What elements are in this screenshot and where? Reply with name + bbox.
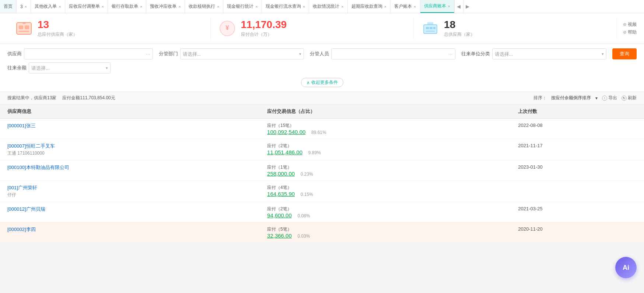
tx-amount-link[interactable]: 32,366.00 [267, 232, 292, 239]
close-icon[interactable]: × [448, 4, 450, 8]
tx-info-cell: 应付（1笔） 258,000.00 0.23% [260, 161, 511, 181]
collapse-bar: ∧ 收起更多条件 [7, 76, 637, 87]
person-dots-icon[interactable]: ··· [448, 51, 453, 57]
filter-row-2: 往来余额 请选择... ▾ [7, 62, 637, 73]
dept-select-wrapper[interactable]: 请选择... ▾ [180, 48, 304, 59]
tx-info-cell: 应付（2笔） 11,051,486.00 9.89% [260, 139, 511, 161]
category-filter-label: 往来单位分类 [461, 51, 490, 57]
filter-area: 供应商 ··· 分管部门 请选择... ▾ 分管人员 ··· 往来单位分类 [0, 44, 644, 92]
svg-rect-3 [19, 31, 29, 32]
tx-label: 应付（5笔） [267, 226, 503, 232]
balance-select[interactable]: 请选择... [31, 65, 106, 71]
tx-amount-link[interactable]: 258,000.00 [267, 170, 295, 177]
supplier-sub-info: 仔仔 [7, 192, 252, 198]
tx-row: 94,600.00 0.08% [267, 212, 503, 218]
tx-amount-link[interactable]: 11,051,486.00 [267, 149, 302, 155]
category-select[interactable]: 请选择... [495, 51, 602, 57]
collapse-button[interactable]: ∧ 收起更多条件 [301, 78, 343, 87]
nav-tab-supplier-ledger[interactable]: 供应商账本 × [420, 0, 454, 13]
supplier-link[interactable]: [000007]恒旺二手叉车 [7, 143, 55, 149]
tx-info-cell: 应付（5笔） 32,366.00 0.03% [260, 223, 511, 243]
supplier-link[interactable]: [000012]广州贝瑞 [7, 206, 45, 212]
total-suppliers-label: 总供应商（家） [444, 31, 475, 38]
collapse-up-icon: ∧ [307, 80, 310, 85]
supplier-input[interactable] [27, 51, 146, 57]
dept-filter-item: 分管部门 请选择... ▾ [159, 48, 304, 59]
last-pay-date: 2020-11-20 [518, 226, 543, 232]
nav-next-arrow[interactable]: ▶ [463, 0, 472, 13]
result-bar: 搜索结果中，供应商13家 应付金额111,703,854.00元 排序： 按应付… [0, 92, 644, 104]
result-amount: 应付金额111,703,854.00元 [62, 95, 115, 101]
nav-tab-receipt-stat[interactable]: 收款情况统计 × [309, 0, 347, 13]
nav-prev-arrow[interactable]: ◀ [454, 0, 463, 13]
export-icon: ↑ [602, 96, 607, 101]
nav-tab-cash-bank-flow[interactable]: 现金银行流水查询 × [262, 0, 309, 13]
tx-percent: 0.03% [297, 234, 310, 239]
summary-bar: 13 总应付供应商（家） ¥ 11,170.39 应付合计（万） [0, 13, 644, 44]
svg-rect-11 [426, 31, 435, 32]
supplier-filter-item: 供应商 ··· [7, 48, 153, 59]
table-row: [000001]张三应付（15笔） 100,092,540.00 89.61% … [0, 119, 644, 139]
nav-tab-3[interactable]: 3 × [17, 0, 31, 13]
tx-amount-link[interactable]: 164,635.90 [267, 191, 295, 197]
nav-tab-cash-bank-stat[interactable]: 现金银行统计 × [223, 0, 262, 13]
nav-tab-prepay-offset[interactable]: 预收冲应收单 × [146, 0, 185, 13]
tx-amount-link[interactable]: 94,600.00 [267, 212, 292, 218]
balance-filter-item: 往来余额 请选择... ▾ [7, 62, 111, 73]
nav-tab-ar-ap-adjust[interactable]: 应收应付调整单 × [65, 0, 108, 13]
close-icon[interactable]: × [178, 4, 181, 9]
close-icon[interactable]: × [303, 4, 305, 9]
svg-rect-8 [426, 27, 429, 29]
close-icon[interactable]: × [102, 4, 104, 9]
supplier-table: 供应商信息 应付交易信息（占比） 上次付数 [000001]张三应付（15笔） … [0, 104, 644, 243]
nav-tab-receipt-verify[interactable]: 收款核销执行 × [185, 0, 223, 13]
svg-rect-1 [19, 25, 23, 29]
supplier-link[interactable]: [000002]李四 [7, 227, 36, 232]
close-icon[interactable]: × [414, 4, 416, 9]
nav-tab-overdue-ar[interactable]: 超期应收款查询 × [348, 0, 391, 13]
category-select-wrapper[interactable]: 请选择... ▾ [492, 48, 607, 59]
last-pay-date: 2021-03-25 [518, 206, 543, 211]
supplier-dots-icon[interactable]: ··· [146, 51, 150, 57]
nav-tab-customer-ledger[interactable]: 客户账本 × [391, 0, 420, 13]
supplier-filter-label: 供应商 [7, 51, 22, 57]
close-icon[interactable]: × [255, 4, 258, 9]
summary-card-amount: ¥ 11,170.39 应付合计（万） [211, 18, 414, 39]
video-link[interactable]: ⊙ 视频 [623, 21, 637, 28]
supplier-filter-input-wrapper: ··· [24, 48, 153, 59]
sort-chevron-icon: ▾ [595, 96, 598, 101]
dept-select[interactable]: 请选择... [183, 51, 300, 57]
balance-filter-label: 往来余额 [7, 65, 27, 71]
tx-info-cell: 应付（4笔） 164,635.90 0.15% [260, 181, 511, 202]
supplier-link[interactable]: [000001]张三 [7, 123, 36, 128]
nav-tab-other-income[interactable]: 其他收入单 × [31, 0, 65, 13]
refresh-button[interactable]: ↻ 刷新 [622, 95, 637, 101]
supplier-link[interactable]: [001]广州荣轩 [7, 185, 37, 190]
export-button[interactable]: ↑ 导出 [602, 95, 617, 101]
tx-percent: 0.23% [301, 172, 313, 177]
person-filter-label: 分管人员 [310, 51, 329, 57]
tx-label: 应付（1笔） [267, 164, 503, 170]
query-button[interactable]: 查询 [612, 48, 637, 59]
close-icon[interactable]: × [341, 4, 343, 9]
sort-value[interactable]: 按应付余额倒序排序 [551, 95, 591, 101]
balance-select-wrapper[interactable]: 请选择... ▾ [29, 62, 111, 73]
total-suppliers-number: 18 [444, 19, 475, 31]
last-pay-cell: 2022-08-08 [511, 119, 644, 139]
supplier-link[interactable]: [000100]本特勤油品有限公司 [7, 165, 69, 170]
supplier-info-cell: [000012]广州贝瑞 [0, 202, 260, 223]
close-icon[interactable]: × [140, 4, 142, 9]
nav-tab-home[interactable]: 首页 [0, 0, 17, 13]
close-icon[interactable]: × [217, 4, 219, 9]
help-link[interactable]: ⊙ 帮助 [623, 29, 637, 35]
nav-tab-bank-deposit[interactable]: 银行存取款单 × [108, 0, 146, 13]
person-input[interactable] [334, 51, 448, 57]
close-icon[interactable]: × [384, 4, 386, 9]
last-pay-date: 2022-08-08 [518, 123, 543, 128]
close-icon[interactable]: × [59, 4, 61, 9]
tx-info-cell: 应付（15笔） 100,092,540.00 89.61% [260, 119, 511, 139]
summary-card-suppliers: 13 总应付供应商（家） [7, 18, 211, 39]
amount-card-icon: ¥ [218, 19, 237, 38]
close-icon[interactable]: × [25, 4, 27, 9]
tx-amount-link[interactable]: 100,092,540.00 [267, 129, 305, 135]
